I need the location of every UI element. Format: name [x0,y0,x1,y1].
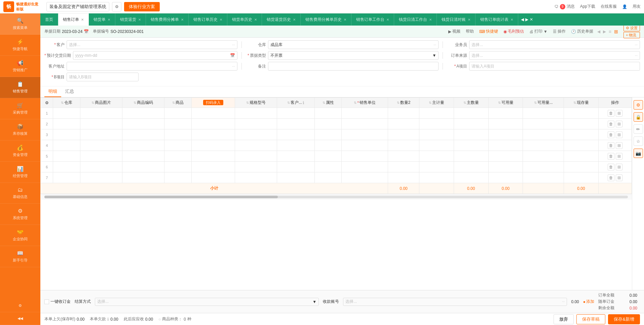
row-7-copy[interactable]: ⊞ [616,174,622,181]
save-new-button[interactable]: 保存&新增 [608,314,640,324]
calendar-icon[interactable]: 📅 [84,29,89,34]
view-grid-icon[interactable]: ⊞ [614,29,618,34]
tab-sales-goods-close[interactable]: ✕ [108,18,110,22]
view-btn[interactable]: ▶ 视频 [447,28,462,35]
tab-fee-history-close[interactable]: ✕ [344,18,346,22]
tab-sales-order[interactable]: 销售订单 ✕ [58,13,89,26]
row-2-ccode[interactable] [277,119,314,129]
row-1-avail2[interactable] [523,108,564,119]
right-icon-lock[interactable]: 🔒 [634,112,643,122]
customer-address-input[interactable]: ··· [67,62,237,71]
right-icon-edit[interactable]: ✏ [634,124,643,134]
tab-order-history-close[interactable]: ✕ [220,18,222,22]
tab-order-stats-close[interactable]: ✕ [510,18,513,22]
tab-fee-history[interactable]: 销售费用分摊单历史 ✕ [301,13,351,26]
warehouse-input[interactable]: 成品库 ··· [268,40,439,49]
tab-fee-split-close[interactable]: ✕ [181,18,184,22]
salesperson-input[interactable]: 选择... ··· [469,40,640,49]
operate-btn[interactable]: ☰ 操作 [552,28,567,35]
tab-daily-clear-close[interactable]: ✕ [429,18,432,22]
tab-daily-reconcile-close[interactable]: ✕ [468,18,470,22]
sidebar-item-search[interactable]: 🔍 搜索菜单 [0,13,40,35]
sidebar-item-marketing[interactable]: 📢 营销推广 [0,56,40,77]
view-list-icon[interactable]: ≡ [609,29,611,34]
invoice-type-select[interactable]: 不开票 ▼ [268,51,439,60]
one-click-field[interactable]: 一键收订金 [44,299,71,304]
row-1-delete[interactable]: 🗑 [608,110,614,117]
tab-sales-goods[interactable]: 销货单 ✕ [89,13,115,26]
customer-input[interactable]: 选择... ··· [67,40,237,49]
message-btn[interactable]: 🗨 9 消息 [555,4,575,9]
row-2-attr[interactable] [315,119,342,129]
tabs-nav[interactable]: ◀ ▶ ✕ [518,17,536,22]
row-1-munit[interactable] [419,108,454,119]
right-icon-settings[interactable]: ⚙ [634,100,643,110]
tab-next-icon[interactable]: ▶ [525,17,528,22]
sidebar-collapse-btn[interactable]: ◀◀ [0,312,40,325]
row-2-image[interactable] [80,119,122,129]
row-1-spec[interactable] [235,108,277,119]
add-button[interactable]: ● 添加 [583,299,594,304]
one-click-checkbox[interactable] [44,299,49,304]
solution-button[interactable]: 体验行业方案 [124,2,160,11]
tab-goods-history[interactable]: 销货单历史 ✕ [227,13,262,26]
tab-return[interactable]: 销货退货 ✕ [115,13,146,26]
print-btn[interactable]: 🖨 打印 ▼ [528,28,549,35]
tab-order-history[interactable]: 销售订单历史 ✕ [189,13,227,26]
app-download-btn[interactable]: App下载 [580,4,595,9]
row-4-delete[interactable]: 🗑 [608,142,614,149]
row-3-warehouse[interactable] [53,129,80,140]
help-btn[interactable]: 帮助 [464,28,475,35]
tab-return-history[interactable]: 销货退货历史 ✕ [262,13,301,26]
sidebar-item-quicknav[interactable]: ⚡ 快捷导航 [0,35,40,56]
row-2-delete[interactable]: 🗑 [608,121,614,127]
online-service-btn[interactable]: 在线客服 [601,4,617,9]
row-5-copy[interactable]: ⊞ [616,153,622,160]
sidebar-item-guide[interactable]: 📖 新手引导 [0,246,40,267]
row-1-scan[interactable] [191,108,235,119]
tab-home[interactable]: 首页 [40,13,58,26]
row-2-avail2[interactable] [523,119,564,129]
row-2-copy[interactable]: ⊞ [616,121,622,127]
settings-icon[interactable]: ⚙ [112,2,121,11]
user-name[interactable]: 用友 [633,4,641,9]
row-2-product[interactable] [164,119,191,129]
tab-fee-split[interactable]: 销售费用分摊单 ✕ [146,13,189,26]
row-1-avail[interactable] [488,108,523,119]
scrollbar-thumb[interactable] [44,196,278,198]
tab-return-close[interactable]: ✕ [138,18,141,22]
row-1-warehouse[interactable] [53,108,80,119]
row-1-mqty[interactable] [454,108,488,119]
right-icon-camera[interactable]: 📷 [634,149,643,158]
remark-input[interactable] [268,62,439,71]
tab-more-icon[interactable]: ✕ [530,17,533,22]
right-icon-star[interactable]: ☆ [634,136,643,146]
row-1-product[interactable] [164,108,191,119]
tab-goods-history-close[interactable]: ✕ [254,18,257,22]
logistics-btn[interactable]: + 物流 [623,32,640,38]
tab-order-workbench-close[interactable]: ✕ [386,18,389,22]
settings-right-btn[interactable]: ⚙ 设置 [623,26,640,31]
scan-button[interactable]: 扫码录入 [203,100,223,105]
sidebar-item-inventory[interactable]: 📦 库存核算 [0,119,40,140]
row-5-delete[interactable]: 🗑 [608,153,614,160]
row-2-unit[interactable] [342,119,388,129]
payment-select[interactable]: 选择... ▼ [95,298,319,306]
sidebar-item-corp[interactable]: 🤝 企业协同 [0,225,40,246]
tab-prev-icon[interactable]: ◀ [521,17,524,22]
order-source-input[interactable]: 选择... ··· [469,51,640,60]
row-2-spec[interactable] [235,119,277,129]
row-1-copy[interactable]: ⊞ [616,110,622,117]
row-2-avail[interactable] [488,119,523,129]
tab-order-stats[interactable]: 销售订单统计表 ✕ [476,13,518,26]
row-4-copy[interactable]: ⊞ [616,142,622,149]
shortcut-btn[interactable]: ⌨ 快捷键 [478,28,499,35]
detail-tab-summary[interactable]: 汇总 [61,86,78,97]
row-1-attr[interactable] [315,108,342,119]
a-project-input[interactable]: 请输入A项目 [469,62,640,71]
account-select[interactable]: 选择... ··· [343,298,567,306]
system-name[interactable]: 装备及固定资产辅助管理系统 [46,2,109,11]
col-settings[interactable]: ⚙ [41,98,53,108]
sidebar-item-finance[interactable]: 💰 资金管理 [0,140,40,162]
row-6-delete[interactable]: 🗑 [608,164,614,170]
